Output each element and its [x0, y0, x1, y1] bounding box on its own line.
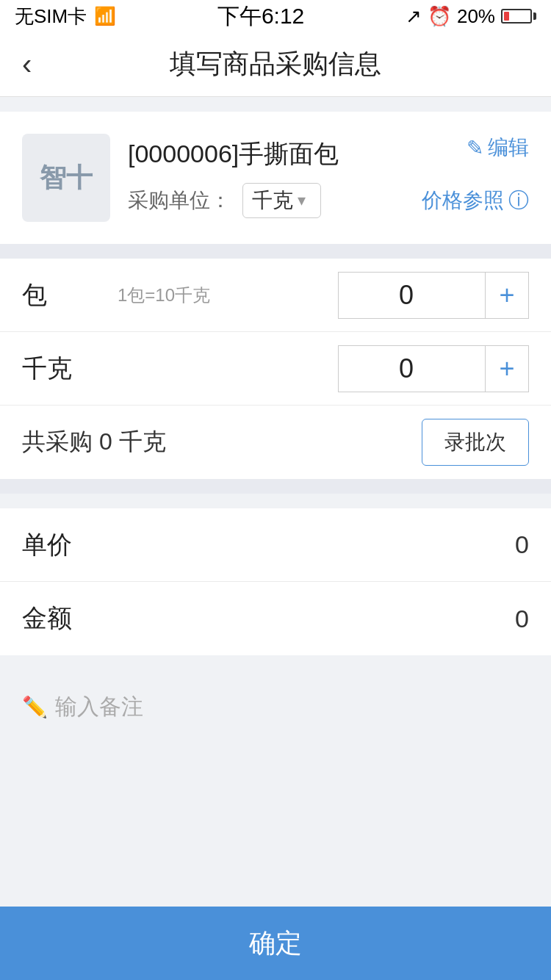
battery-percentage: 20% — [457, 5, 495, 28]
location-icon: ↗ — [406, 5, 422, 28]
product-card: 智十 [0000006]手撕面包 采购单位： 千克 ▾ 价格参照 ⓘ ✎ 编辑 — [0, 112, 551, 244]
unit-price-value: 0 — [515, 530, 529, 559]
status-left: 无SIM卡 📶 — [15, 4, 116, 29]
price-ref-link[interactable]: 价格参照 ⓘ — [422, 187, 529, 215]
unit-label: 采购单位： — [128, 187, 231, 215]
product-image: 智十 — [22, 134, 110, 222]
confirm-button[interactable]: 确定 — [0, 907, 551, 980]
edit-icon: ✎ — [467, 136, 483, 160]
summary-text: 共采购 0 千克 — [22, 426, 422, 458]
unit-select[interactable]: 千克 ▾ — [242, 183, 321, 218]
edit-link[interactable]: ✎ 编辑 — [467, 134, 529, 162]
status-bar: 无SIM卡 📶 下午6:12 ↗ ⏰ 20% — [0, 0, 551, 32]
unit-price-row: 单价 0 — [0, 508, 551, 582]
alarm-icon: ⏰ — [428, 5, 451, 28]
pack-plus-button[interactable]: + — [485, 272, 529, 319]
kg-input-group: + — [338, 345, 529, 392]
amount-label: 金额 — [22, 602, 515, 635]
kg-plus-button[interactable]: + — [485, 345, 529, 392]
unit-price-label: 单价 — [22, 528, 515, 562]
pack-quantity-input[interactable] — [338, 272, 485, 319]
kg-input-row: 千克 + — [0, 332, 551, 406]
battery-icon — [501, 9, 536, 24]
product-unit-row: 采购单位： 千克 ▾ 价格参照 ⓘ — [128, 183, 529, 218]
nav-bar: ‹ 填写商品采购信息 — [0, 32, 551, 97]
remark-placeholder: 输入备注 — [55, 692, 143, 722]
chevron-down-icon: ▾ — [298, 191, 306, 210]
info-icon: ⓘ — [508, 187, 529, 215]
amount-row: 金额 0 — [0, 582, 551, 655]
input-section: 包 1包=10千克 + 千克 + — [0, 259, 551, 406]
section-divider-1 — [0, 244, 551, 259]
summary-row: 共采购 0 千克 录批次 — [0, 406, 551, 479]
section-divider-2 — [0, 479, 551, 494]
pack-label: 包 — [22, 278, 110, 312]
unit-value: 千克 — [252, 187, 293, 215]
status-right: ↗ ⏰ 20% — [406, 5, 536, 28]
kg-label: 千克 — [22, 352, 110, 386]
pack-input-group: + — [338, 272, 529, 319]
product-logo: 智十 — [40, 160, 93, 196]
price-ref-label: 价格参照 — [422, 187, 504, 215]
pack-sublabel: 1包=10千克 — [118, 284, 338, 307]
remark-row[interactable]: ✏️ 输入备注 — [0, 670, 551, 744]
pencil-icon: ✏️ — [22, 695, 48, 719]
back-button[interactable]: ‹ — [15, 40, 39, 88]
edit-label: 编辑 — [488, 134, 529, 162]
wifi-icon: 📶 — [94, 6, 116, 26]
status-time: 下午6:12 — [217, 1, 304, 32]
pricing-section: 单价 0 金额 0 — [0, 508, 551, 655]
carrier-text: 无SIM卡 — [15, 4, 87, 29]
batch-button[interactable]: 录批次 — [422, 419, 529, 466]
kg-quantity-input[interactable] — [338, 345, 485, 392]
pack-input-row: 包 1包=10千克 + — [0, 259, 551, 332]
page-title: 填写商品采购信息 — [170, 46, 381, 82]
amount-value: 0 — [515, 605, 529, 633]
